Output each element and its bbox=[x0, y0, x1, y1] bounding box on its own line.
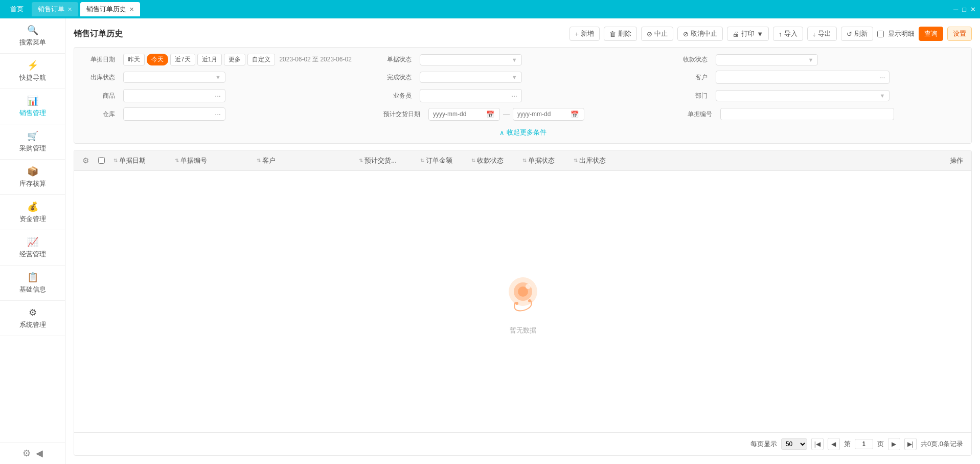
sidebar-item-system[interactable]: ⚙ 系统管理 bbox=[0, 301, 65, 336]
tab-sales-order-history[interactable]: 销售订单历史 ✕ bbox=[80, 2, 140, 16]
current-page-input[interactable] bbox=[855, 439, 873, 449]
sidebar-item-quick-nav[interactable]: ⚡ 快捷导航 bbox=[0, 54, 65, 89]
chevron-down-icon-2: ▼ bbox=[808, 57, 813, 63]
dept-control: ▼ bbox=[716, 90, 963, 101]
dept-select[interactable]: ▼ bbox=[716, 90, 890, 101]
date-btn-yesterday[interactable]: 昨天 bbox=[123, 54, 145, 65]
sort-icon[interactable]: ⇅ bbox=[113, 158, 118, 163]
outbound-status-select[interactable]: ▼ bbox=[123, 72, 225, 83]
date-btn-7days[interactable]: 近7天 bbox=[170, 54, 195, 65]
product-select[interactable]: ··· bbox=[123, 89, 225, 102]
import-icon: ↑ bbox=[779, 30, 782, 38]
sort-icon-num[interactable]: ⇅ bbox=[175, 158, 179, 163]
basic-info-icon: 📋 bbox=[27, 272, 38, 283]
query-button[interactable]: 查询 bbox=[919, 27, 943, 41]
top-bar: 销售订单历史 首页 销售订单 ✕ 销售订单历史 ✕ ─ □ ✕ bbox=[0, 0, 980, 18]
th-customer: ⇅ 客户 bbox=[253, 156, 355, 165]
th-doc-status: ⇅ 单据状态 bbox=[518, 156, 569, 165]
delivery-date-to-input[interactable]: 📅 bbox=[513, 108, 584, 121]
delivery-date-label: 预计交货日期 bbox=[374, 110, 420, 119]
page-size-select[interactable]: 10 20 50 100 bbox=[781, 438, 807, 450]
system-icon: ⚙ bbox=[29, 307, 37, 318]
window-controls: ─ □ ✕ bbox=[953, 6, 976, 13]
first-page-button[interactable]: |◀ bbox=[811, 438, 824, 450]
table-area: ⚙ ⇅ 单据日期 ⇅ 单据编号 ⇅ 客户 ⇅ bbox=[74, 150, 972, 456]
sort-icon-customer[interactable]: ⇅ bbox=[257, 158, 261, 163]
delivery-date-from-input[interactable]: 📅 bbox=[428, 108, 500, 121]
sidebar-item-search-menu[interactable]: 🔍 搜索菜单 bbox=[0, 18, 65, 54]
sort-icon-amount[interactable]: ⇅ bbox=[420, 158, 424, 163]
sidebar-item-operation[interactable]: 📈 经营管理 bbox=[0, 230, 65, 266]
page-size-label: 每页显示 bbox=[750, 439, 777, 449]
salesman-control: ··· bbox=[420, 89, 667, 102]
salesman-select[interactable]: ··· bbox=[420, 89, 522, 102]
chevron-down-icon-5: ▼ bbox=[879, 93, 885, 99]
pagination: 每页显示 10 20 50 100 |◀ ◀ 第 页 ▶ ▶| 共0页,0条记录 bbox=[74, 432, 971, 455]
sidebar-item-sales-mgmt[interactable]: 📊 销售管理 bbox=[0, 89, 65, 124]
date-btn-today[interactable]: 今天 bbox=[147, 54, 168, 65]
tab-close-sales-order[interactable]: ✕ bbox=[67, 6, 72, 13]
empty-text: 暂无数据 bbox=[510, 326, 536, 335]
sidebar-item-capital[interactable]: 💰 资金管理 bbox=[0, 195, 65, 230]
next-page-button[interactable]: ▶ bbox=[888, 438, 900, 450]
complete-status-select[interactable]: ▼ bbox=[420, 72, 522, 83]
export-button[interactable]: ↓ 导出 bbox=[807, 27, 837, 41]
customer-select[interactable]: ··· bbox=[716, 71, 890, 84]
sidebar-item-label: 库存核算 bbox=[19, 179, 46, 188]
settings-icon[interactable]: ⚙ bbox=[82, 156, 89, 165]
toolbar: + 新增 🗑 删除 ⊘ 中止 ⊘ 取消中止 🖨 打印 bbox=[569, 27, 972, 41]
svg-point-5 bbox=[528, 299, 531, 302]
new-button[interactable]: + 新增 bbox=[569, 27, 600, 41]
settings-button[interactable]: 设置 bbox=[947, 27, 972, 41]
warehouse-select[interactable]: ··· bbox=[123, 107, 225, 121]
tab-home[interactable]: 销售订单历史 首页 bbox=[4, 2, 30, 16]
sales-icon: 📊 bbox=[27, 95, 38, 106]
refresh-button[interactable]: ↺ 刷新 bbox=[841, 27, 873, 41]
tab-sales-order[interactable]: 销售订单 ✕ bbox=[32, 2, 78, 16]
sidebar: 🔍 搜索菜单 ⚡ 快捷导航 📊 销售管理 🛒 采购管理 📦 库存核算 💰 资金管… bbox=[0, 18, 65, 464]
doc-number-input[interactable] bbox=[720, 108, 894, 120]
delivery-from-field[interactable] bbox=[433, 111, 484, 118]
doc-status-select[interactable]: ▼ bbox=[420, 54, 522, 65]
payment-status-select[interactable]: ▼ bbox=[716, 54, 818, 65]
date-filter-control: 昨天 今天 近7天 近1月 更多 自定义 2023-06-02 至 2023-0… bbox=[123, 54, 371, 65]
sidebar-item-label: 搜索菜单 bbox=[19, 38, 46, 47]
payment-status-label: 收款状态 bbox=[675, 55, 708, 64]
sort-icon-status[interactable]: ⇅ bbox=[522, 158, 527, 163]
import-button[interactable]: ↑ 导入 bbox=[773, 27, 803, 41]
total-text: 共0页,0条记录 bbox=[921, 439, 963, 449]
calendar-icon-to: 📅 bbox=[571, 111, 579, 118]
prev-page-button[interactable]: ◀ bbox=[828, 438, 840, 450]
purchase-icon: 🛒 bbox=[27, 130, 38, 142]
print-icon: 🖨 bbox=[733, 30, 739, 38]
date-range-text: 2023-06-02 至 2023-06-02 bbox=[279, 55, 351, 64]
sidebar-item-basic-info[interactable]: 📋 基础信息 bbox=[0, 266, 65, 301]
sort-icon-outbound[interactable]: ⇅ bbox=[574, 158, 578, 163]
svg-point-3 bbox=[526, 284, 531, 289]
select-all-checkbox[interactable] bbox=[98, 157, 105, 164]
collapse-sidebar-icon[interactable]: ◀ bbox=[36, 448, 43, 459]
display-detail-toggle[interactable]: 显示明细 bbox=[877, 29, 915, 38]
cancel-stop-button[interactable]: ⊘ 取消中止 bbox=[677, 27, 723, 41]
sort-icon-delivery[interactable]: ⇅ bbox=[359, 158, 363, 163]
stop-button[interactable]: ⊘ 中止 bbox=[641, 27, 673, 41]
th-outbound: ⇅ 出库状态 bbox=[569, 156, 621, 165]
last-page-button[interactable]: ▶| bbox=[904, 438, 917, 450]
date-btn-more[interactable]: 更多 bbox=[224, 54, 245, 65]
display-detail-checkbox[interactable] bbox=[877, 31, 884, 37]
sidebar-item-inventory[interactable]: 📦 库存核算 bbox=[0, 160, 65, 195]
date-btn-custom[interactable]: 自定义 bbox=[247, 54, 275, 65]
page-label: 页 bbox=[877, 439, 884, 449]
print-button[interactable]: 🖨 打印 ▼ bbox=[727, 27, 769, 41]
date-btn-1month[interactable]: 近1月 bbox=[197, 54, 222, 65]
sort-icon-payment[interactable]: ⇅ bbox=[471, 158, 475, 163]
chevron-down-icon-4: ▼ bbox=[512, 74, 517, 80]
th-delivery: ⇅ 预计交货... bbox=[355, 156, 416, 165]
complete-status-label: 完成状态 bbox=[379, 73, 412, 82]
delivery-to-field[interactable] bbox=[517, 111, 568, 118]
collapse-button[interactable]: ∧ 收起更多条件 bbox=[499, 128, 546, 137]
delete-button[interactable]: 🗑 删除 bbox=[604, 27, 637, 41]
tab-close-sales-order-history[interactable]: ✕ bbox=[129, 6, 134, 13]
settings-bottom-icon[interactable]: ⚙ bbox=[22, 448, 31, 459]
sidebar-item-purchase-mgmt[interactable]: 🛒 采购管理 bbox=[0, 124, 65, 160]
